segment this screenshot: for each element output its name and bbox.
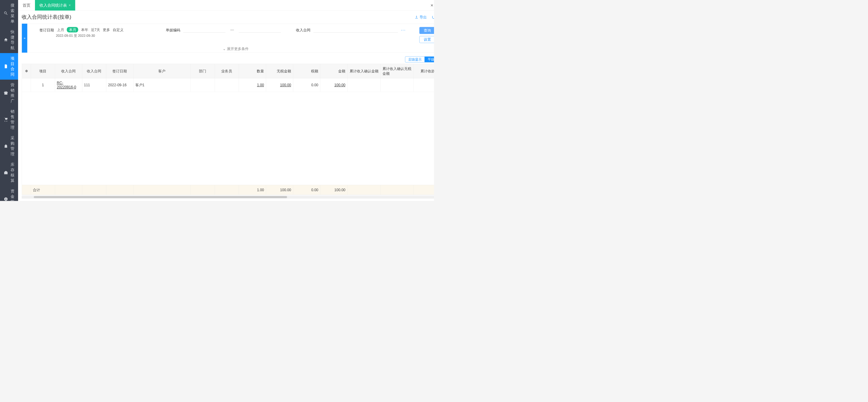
more-lookup-button[interactable]: ··· <box>401 27 406 32</box>
cart-icon <box>4 117 8 122</box>
cell-cum1 <box>347 78 381 92</box>
sidebar-item-purchase[interactable]: 采购管理 <box>0 133 18 159</box>
date-range: 2022-09-01 至 2022-09-30 <box>39 33 124 38</box>
export-icon <box>415 16 418 19</box>
table-row[interactable]: 1 RC-20220916-0 111 2022-09-16 客户1 1.00 … <box>22 78 434 92</box>
qd-7days[interactable]: 近7天 <box>91 27 100 32</box>
cell-cum2 <box>381 78 414 92</box>
cell-tax: 0.00 <box>293 78 320 92</box>
th-sign-date[interactable]: 签订日期 <box>106 64 133 78</box>
cell-code: 111 <box>82 78 106 92</box>
table-header: 项目 收入合同 收入合同 签订日期 客户 部门 业务员 数量 无税金额 税额 金… <box>22 64 434 79</box>
doc-icon <box>4 64 8 69</box>
gear-icon <box>24 69 28 73</box>
column-settings-button[interactable] <box>22 64 31 78</box>
sidebar-item-label: 资金管理 <box>10 189 14 201</box>
toggle-flat[interactable]: 平级显示 <box>425 57 434 62</box>
sidebar-item-project-contract[interactable]: 项目合同 <box>0 53 18 80</box>
collapse-filter-button[interactable]: » <box>22 24 27 53</box>
order-code-label: 单据编码 <box>166 27 180 33</box>
page-title: 收入合同统计表(按单) <box>22 13 71 21</box>
refresh-icon <box>432 16 434 19</box>
tab-home[interactable]: 首页 <box>18 0 35 10</box>
tabbar: 首页 收入合同统计表× ✕ <box>18 0 434 10</box>
sidebar-item-label: 库存核算 <box>10 162 14 183</box>
income-contract-label: 收入合同 <box>296 27 310 33</box>
sidebar-item-label: 采购管理 <box>10 136 14 156</box>
qd-custom[interactable]: 自定义 <box>113 27 124 32</box>
sidebar-item-quicknav[interactable]: 快捷导航 <box>0 27 18 53</box>
close-all-button[interactable]: ✕ <box>429 2 434 8</box>
th-sales[interactable]: 业务员 <box>215 64 239 78</box>
total-qty: 1.00 <box>239 185 266 195</box>
th-project[interactable]: 项目 <box>31 64 55 78</box>
tab-label: 首页 <box>23 3 30 8</box>
sidebar-item-marketing[interactable]: 营销推广 <box>0 80 18 106</box>
query-button[interactable]: 查询 <box>420 27 434 34</box>
qd-this-year[interactable]: 本年 <box>81 27 88 32</box>
cell-index: 1 <box>31 78 55 92</box>
cell-qty[interactable]: 1.00 <box>239 78 266 92</box>
sidebar-item-inventory[interactable]: 库存核算 <box>0 159 18 186</box>
th-customer[interactable]: 客户 <box>133 64 191 78</box>
order-code-to-input[interactable] <box>239 27 281 33</box>
th-dept[interactable]: 部门 <box>191 64 215 78</box>
total-cum-receipt: 0.00 <box>414 185 434 195</box>
tab-income-report[interactable]: 收入合同统计表× <box>35 0 75 10</box>
cell-contract-link[interactable]: RC-20220916-0 <box>55 78 82 92</box>
th-cum-confirm[interactable]: 累计收入确认金额 <box>347 64 381 78</box>
cell-customer: 客户1 <box>133 78 191 92</box>
th-income-contract-2[interactable]: 收入合同 <box>82 64 106 78</box>
qd-this-month[interactable]: 本月 <box>67 27 79 33</box>
display-toggle: 层级显示 平级显示 <box>22 56 434 62</box>
export-button[interactable]: 导出 <box>415 15 427 20</box>
income-contract-input[interactable] <box>313 27 398 33</box>
report-table: 项目 收入合同 收入合同 签订日期 客户 部门 业务员 数量 无税金额 税额 金… <box>22 64 434 195</box>
th-cum-confirm-notax[interactable]: 累计收入确认无税金额 <box>381 64 414 78</box>
sign-date-label: 签订日期 <box>39 27 54 33</box>
th-cum-receipt[interactable]: 累计收款金额 <box>414 64 434 78</box>
order-code-from-input[interactable] <box>183 27 225 33</box>
th-notax[interactable]: 无税金额 <box>266 64 293 78</box>
money-icon: ¥ <box>4 197 8 201</box>
filter-panel: » 签订日期 上月 本月 本年 近7天 更多 自定义 <box>22 24 434 53</box>
horizontal-scrollbar[interactable] <box>22 196 434 199</box>
table-total-row: 合计 1.00 100.00 0.00 100.00 0.00 <box>22 185 434 195</box>
gift-icon <box>4 91 8 95</box>
total-tax: 0.00 <box>293 185 320 195</box>
warehouse-icon <box>4 170 8 175</box>
main: 首页 收入合同统计表× ✕ 收入合同统计表(按单) 导出 刷新 » 签订日期 上… <box>18 0 434 201</box>
cell-notax[interactable]: 100.00 <box>266 78 293 92</box>
tab-label: 收入合同统计表 <box>39 3 67 8</box>
th-amount[interactable]: 金额 <box>320 64 347 78</box>
cell-dept <box>191 78 215 92</box>
search-icon <box>4 11 8 16</box>
sidebar-item-label: 销售管理 <box>10 109 14 130</box>
total-label: 合计 <box>31 185 55 195</box>
close-icon[interactable]: × <box>69 3 70 7</box>
cell-amount[interactable]: 100.00 <box>320 78 347 92</box>
home-icon <box>4 38 8 42</box>
scroll-thumb[interactable] <box>34 196 287 198</box>
sidebar-item-label: 快捷导航 <box>10 29 14 50</box>
sidebar-item-label: 搜索菜单 <box>10 3 14 24</box>
th-tax[interactable]: 税额 <box>293 64 320 78</box>
sidebar-item-label: 项目合同 <box>10 56 14 77</box>
total-notax: 100.00 <box>266 185 293 195</box>
settings-filter-button[interactable]: 设置 <box>420 36 434 43</box>
qd-more[interactable]: 更多 <box>103 27 110 32</box>
expand-more-button[interactable]: ⌄展开更多条件 <box>27 45 434 53</box>
sidebar-item-sales[interactable]: 销售管理 <box>0 106 18 133</box>
qd-last-month[interactable]: 上月 <box>57 27 64 32</box>
th-qty[interactable]: 数量 <box>239 64 266 78</box>
refresh-button[interactable]: 刷新 <box>432 15 434 20</box>
th-income-contract[interactable]: 收入合同 <box>55 64 82 78</box>
quick-date-picker: 上月 本月 本年 近7天 更多 自定义 <box>57 27 124 33</box>
bag-icon <box>4 144 8 148</box>
cell-cum-receipt[interactable]: 0.00 <box>414 78 434 92</box>
sidebar-item-funds[interactable]: ¥资金管理 <box>0 186 18 201</box>
range-dash: — <box>228 28 236 32</box>
titlebar: 收入合同统计表(按单) 导出 刷新 <box>18 10 434 24</box>
sidebar-item-search[interactable]: 搜索菜单 <box>0 0 18 27</box>
toggle-hierarchy[interactable]: 层级显示 <box>405 57 425 62</box>
